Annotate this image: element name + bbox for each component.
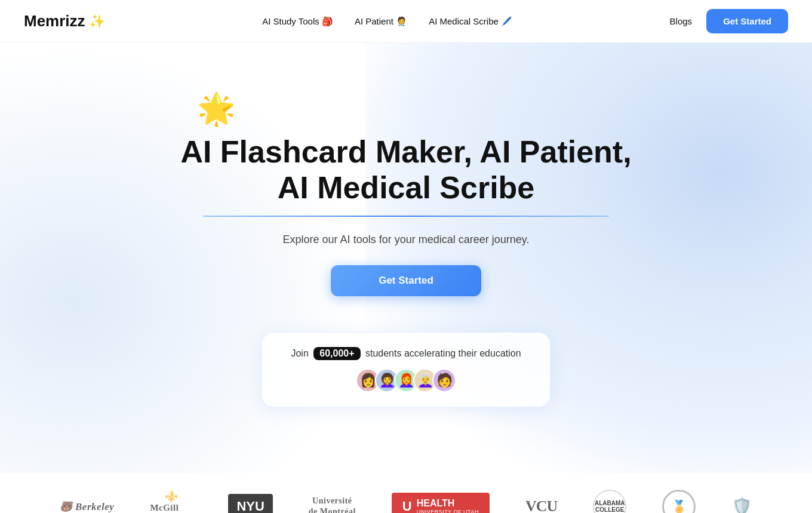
nav-link-patient[interactable]: AI Patient 🧑‍⚕️ (355, 16, 407, 27)
logo-alabama: ALABAMACOLLEGE (593, 490, 626, 513)
brand-logo[interactable]: Memrizz ✨ (24, 12, 105, 30)
hero-content: 🌟 AI Flashcard Maker, AI Patient, AI Med… (173, 91, 639, 407)
join-count: 60,000+ (313, 347, 360, 360)
nav-links: AI Study Tools 🎒 AI Patient 🧑‍⚕️ AI Medi… (262, 16, 512, 27)
nav-link-study-tools[interactable]: AI Study Tools 🎒 (262, 16, 333, 27)
avatar-row: 👩 👩‍🦱 👩‍🦰 👩‍🦳 🧑 (356, 368, 456, 392)
logos-track: 🐻 Berkeley ⚜️ McGillUNIVERSITY NYU Unive… (0, 490, 812, 513)
hero-title: AI Flashcard Maker, AI Patient, AI Medic… (173, 134, 639, 206)
join-card: Join 60,000+ students accelerating their… (262, 332, 550, 407)
logos-section: 🐻 Berkeley ⚜️ McGillUNIVERSITY NYU Unive… (0, 473, 812, 513)
logo-medal-institution: 🏅 (662, 490, 696, 513)
logo-shield-institution: 🛡️ (731, 497, 752, 514)
hero-decoration-icon: 🌟 (197, 91, 236, 127)
logo-nyu: NYU (228, 494, 272, 513)
nav-blogs-link[interactable]: Blogs (670, 16, 693, 26)
brand-name: Memrizz (24, 12, 85, 30)
hero-divider (203, 216, 609, 217)
logo-montreal: Universitéde Montréal (309, 496, 356, 513)
hero-get-started-button[interactable]: Get Started (331, 265, 481, 296)
logo-mcgill: ⚜️ McGillUNIVERSITY (150, 490, 192, 513)
logo-berkeley: 🐻 Berkeley (60, 500, 115, 513)
hero-section: 🌟 AI Flashcard Maker, AI Patient, AI Med… (0, 43, 812, 473)
logo-vcu: VCU (525, 497, 557, 513)
join-prefix: Join (291, 348, 308, 358)
navbar: Memrizz ✨ AI Study Tools 🎒 AI Patient 🧑‍… (0, 0, 812, 43)
nav-right: Blogs Get Started (670, 9, 788, 33)
hero-subtitle: Explore our AI tools for your medical ca… (283, 234, 530, 246)
avatar-5: 🧑 (432, 368, 456, 392)
join-text: Join 60,000+ students accelerating their… (291, 347, 521, 360)
nav-get-started-button[interactable]: Get Started (706, 9, 788, 33)
brand-pencil-icon: ✨ (89, 14, 105, 29)
nav-link-scribe[interactable]: AI Medical Scribe 🖊️ (429, 16, 512, 27)
join-suffix: students accelerating their education (365, 348, 521, 358)
logo-uh-health: U HEALTH UNIVERSITY OF UTAH (392, 493, 490, 513)
